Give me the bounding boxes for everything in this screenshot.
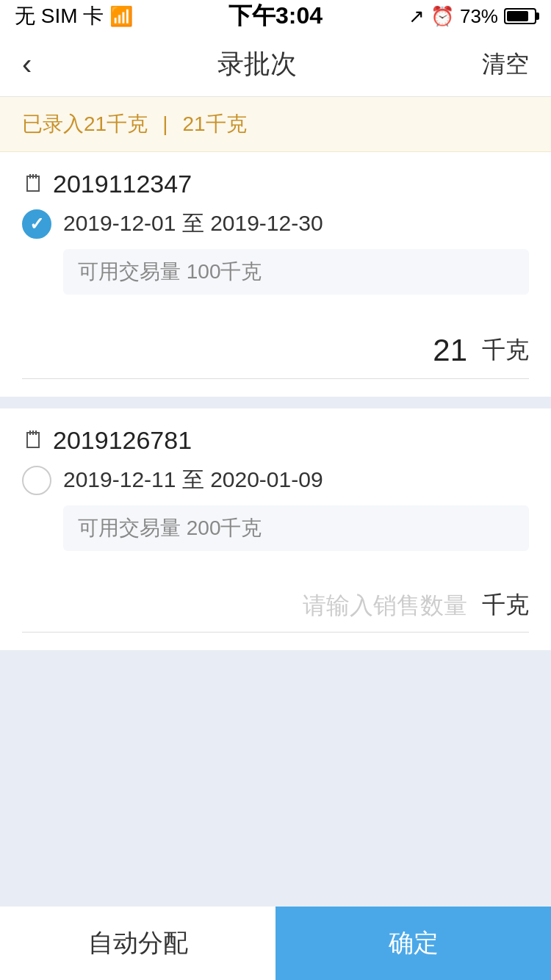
batch-1-quantity-row: 21 千克 [0, 320, 551, 368]
batch-2-unit: 千克 [482, 589, 529, 621]
batch-2-radio[interactable] [22, 466, 51, 495]
batch-2-card: 🗒 2019126781 2019-12-11 至 2020-01-09 可用交… [0, 408, 551, 650]
no-sim-text: 无 SIM 卡 [15, 2, 104, 30]
batch-2-avail: 可用交易量 200千克 [78, 516, 262, 539]
clear-button[interactable]: 清空 [482, 48, 529, 81]
status-bar: 无 SIM 卡 📶 下午3:04 ↗ ⏰ 73% [0, 0, 551, 32]
battery-percent: 73% [460, 5, 498, 28]
batch-1-quantity-value: 21 [433, 333, 467, 368]
checkmark-icon: ✓ [29, 214, 44, 234]
info-divider: | [162, 112, 168, 136]
batch-2-icon: 🗒 [22, 427, 46, 454]
wifi-icon: 📶 [109, 5, 133, 28]
batch-1-item: 🗒 2019112347 ✓ 2019-12-01 至 2019-12-30 可… [0, 152, 551, 320]
total-amount: 21千克 [182, 110, 246, 138]
batch-2-quantity-input[interactable] [247, 592, 467, 619]
status-right: ↗ ⏰ 73% [408, 5, 536, 28]
section-divider [0, 397, 551, 408]
batch-1-id: 2019112347 [53, 170, 192, 198]
auto-distribute-button[interactable]: 自动分配 [0, 907, 276, 980]
batch-2-item: 🗒 2019126781 2019-12-11 至 2020-01-09 可用交… [0, 408, 551, 576]
battery-icon [504, 8, 536, 24]
batch-1-avail-row: 可用交易量 100千克 [63, 249, 529, 295]
status-left: 无 SIM 卡 📶 [15, 2, 133, 30]
batch-2-date-row[interactable]: 2019-12-11 至 2020-01-09 [22, 465, 529, 495]
batch-1-avail: 可用交易量 100千克 [78, 260, 262, 283]
batch-1-quantity-unit: 千克 [482, 334, 529, 367]
back-button[interactable]: ‹ [22, 48, 32, 81]
batch-1-icon: 🗒 [22, 170, 46, 198]
recorded-amount: 已录入21千克 [22, 110, 148, 138]
info-banner: 已录入21千克 | 21千克 [0, 97, 551, 152]
batch-2-avail-row: 可用交易量 200千克 [63, 505, 529, 551]
location-icon: ↗ [408, 5, 425, 28]
page-title: 录批次 [217, 46, 297, 82]
batch-1-date-row[interactable]: ✓ 2019-12-01 至 2019-12-30 [22, 209, 529, 239]
batch-2-input-container: 千克 [247, 589, 529, 621]
batch-1-header: 🗒 2019112347 [22, 170, 529, 198]
batch-1-date: 2019-12-01 至 2019-12-30 [63, 209, 323, 239]
batch-2-date: 2019-12-11 至 2020-01-09 [63, 465, 323, 495]
status-time: 下午3:04 [228, 0, 323, 32]
batch-2-header: 🗒 2019126781 [22, 426, 529, 455]
nav-bar: ‹ 录批次 清空 [0, 32, 551, 97]
batch-1-card: 🗒 2019112347 ✓ 2019-12-01 至 2019-12-30 可… [0, 152, 551, 397]
batch-2-id: 2019126781 [53, 426, 192, 455]
alarm-icon: ⏰ [431, 5, 454, 28]
confirm-button[interactable]: 确定 [276, 907, 551, 980]
batch-1-radio[interactable]: ✓ [22, 209, 51, 239]
bottom-bar: 自动分配 确定 [0, 907, 551, 980]
batch-2-quantity-row: 千克 [0, 576, 551, 621]
